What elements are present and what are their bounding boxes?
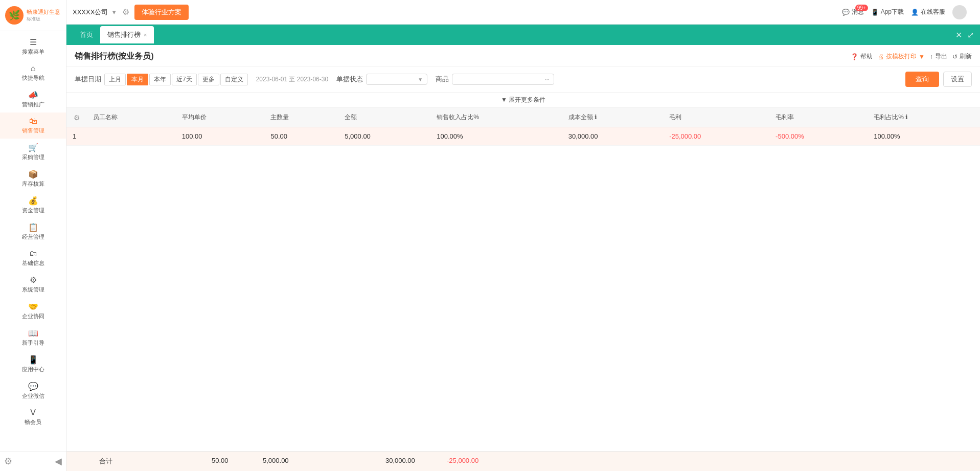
tab-close-icon[interactable]: × (144, 32, 147, 38)
sidebar-nav: ☰搜索菜单⌂快捷导航📣营销推广🛍销售管理🛒采购管理📦库存核算💰资金管理📋经营管理… (0, 31, 66, 451)
footer-cells: 合计 50.00 5,000.00 30,000.00 -25,000.00 (73, 457, 974, 466)
export-button[interactable]: ↑ 导出 (930, 52, 947, 61)
expand-button[interactable]: ▼ 展开更多条件 (501, 96, 545, 103)
logo-text-wrap: 畅康通好生意 标准版 (27, 8, 60, 22)
data-table: ⚙ 员工名称 平均单价 主数量 全额 销售收入占比% 成本全额 ℹ 毛利 毛利率… (66, 108, 980, 146)
date-tab-more[interactable]: 更多 (198, 74, 219, 85)
date-tab-last-7-days[interactable]: 近7天 (172, 74, 197, 85)
sidebar-item-inventory[interactable]: 📦库存核算 (0, 165, 66, 192)
date-tab-last-month[interactable]: 上月 (104, 74, 126, 85)
nav-icon-wechat: 💬 (28, 382, 38, 391)
date-filter: 单据日期 上月 本月 本年 近7天 更多 自定义 (75, 74, 248, 85)
th-gross-pct: 毛利占比% ℹ (868, 108, 980, 127)
sidebar-bottom: ⚙ ◀ (0, 451, 66, 471)
query-button[interactable]: 查询 (905, 72, 939, 87)
nav-icon-member: V (30, 408, 36, 417)
expand-bar: ▼ 展开更多条件 (66, 93, 980, 108)
sidebar-item-member[interactable]: V畅会员 (0, 404, 66, 430)
app-download-label: App下载 (881, 8, 904, 16)
avatar[interactable] (952, 5, 967, 19)
footer-sales-pct (318, 457, 379, 466)
content: 销售排行榜(按业务员) ❓ 帮助 🖨 按模板打印 ▼ ↑ 导出 ↺ 刷新 (66, 45, 980, 471)
footer-cost: 30,000.00 (379, 457, 441, 466)
table-header-row: ⚙ 员工名称 平均单价 主数量 全额 销售收入占比% 成本全额 ℹ 毛利 毛利率… (66, 108, 980, 127)
topbar-gear-icon[interactable]: ⚙ (122, 7, 129, 17)
date-tab-custom[interactable]: 自定义 (220, 74, 248, 85)
online-service-item[interactable]: 👤 在线客服 (911, 8, 945, 16)
topbar-right: 💬 消息 99+ 📱 App下载 👤 在线客服 (842, 5, 974, 19)
company-name: XXXXX公司 (73, 8, 108, 17)
cell-gross-pct: 100.00% (868, 127, 980, 146)
status-select[interactable]: ▼ (366, 74, 427, 85)
date-label: 单据日期 (75, 75, 101, 84)
sidebar-item-quick-nav[interactable]: ⌂快捷导航 (0, 60, 66, 86)
sidebar-item-finance[interactable]: 💰资金管理 (0, 192, 66, 218)
nav-icon-system: ⚙ (30, 275, 37, 285)
app-download-item[interactable]: 📱 App下载 (871, 8, 904, 16)
settings-button[interactable]: 设置 (943, 72, 972, 87)
print-icon: 🖨 (878, 53, 884, 60)
sidebar-item-basic-info[interactable]: 🗂基础信息 (0, 245, 66, 271)
refresh-label: 刷新 (960, 52, 972, 61)
date-tab-this-year[interactable]: 本年 (149, 74, 171, 85)
message-icon: 💬 (842, 9, 850, 16)
nav-icon-enterprise: 🤝 (28, 302, 38, 311)
sidebar-item-sales[interactable]: 🛍销售管理 (0, 113, 66, 139)
settings-bottom-icon[interactable]: ⚙ (4, 456, 12, 467)
logo-badge: 标准版 (27, 16, 60, 23)
sidebar-item-system[interactable]: ⚙系统管理 (0, 271, 66, 298)
filter-bar: 单据日期 上月 本月 本年 近7天 更多 自定义 2023-06-01 至 20… (66, 66, 980, 93)
nav-label-purchase: 采购管理 (22, 153, 44, 161)
cell-avg-price: 100.00 (176, 127, 265, 146)
tab-sales-ranking-label: 销售排行榜 (107, 30, 141, 39)
sidebar-item-marketing[interactable]: 📣营销推广 (0, 86, 66, 113)
help-button[interactable]: ❓ 帮助 (851, 52, 873, 61)
table-row: 1 100.00 50.00 5,000.00 100.00% 30,000.0… (66, 127, 980, 146)
table-body: 1 100.00 50.00 5,000.00 100.00% 30,000.0… (66, 127, 980, 146)
sidebar-item-app-center[interactable]: 📱应用中心 (0, 351, 66, 377)
cell-amount: 5,000.00 (338, 127, 430, 146)
column-settings-icon[interactable]: ⚙ (74, 114, 80, 122)
goods-input[interactable] (457, 76, 544, 83)
export-label: 导出 (935, 52, 947, 61)
sidebar-item-operations[interactable]: 📋经营管理 (0, 218, 66, 245)
sidebar-item-wechat[interactable]: 💬企业微信 (0, 377, 66, 404)
logo-area: 🌿 畅康通好生意 标准版 (0, 0, 66, 31)
tab-home-label: 首页 (80, 30, 93, 39)
print-label: 按模板打印 (886, 52, 917, 61)
message-item[interactable]: 💬 消息 99+ (842, 8, 864, 16)
date-tab-this-month[interactable]: 本月 (127, 74, 148, 85)
sidebar-item-search-order[interactable]: ☰搜索菜单 (0, 33, 66, 60)
th-amount: 全额 (338, 108, 430, 127)
status-value (371, 76, 391, 83)
page-header: 销售排行榜(按业务员) ❓ 帮助 🖨 按模板打印 ▼ ↑ 导出 ↺ 刷新 (66, 45, 980, 66)
topbar: XXXXX公司 ▼ ⚙ 体验行业方案 💬 消息 99+ 📱 App下载 👤 在线… (66, 0, 980, 25)
nav-label-marketing: 营销推广 (22, 101, 44, 108)
goods-more-icon[interactable]: ··· (544, 76, 550, 83)
collapse-icon[interactable]: ◀ (55, 456, 62, 467)
nav-label-guide: 新手引导 (22, 339, 44, 347)
cell-employee (87, 127, 176, 146)
sidebar-item-purchase[interactable]: 🛒采购管理 (0, 139, 66, 165)
tab-sales-ranking[interactable]: 销售排行榜 × (100, 26, 154, 43)
th-sales-pct: 销售收入占比% (430, 108, 562, 127)
cell-gross-margin: -500.00% (769, 127, 868, 146)
nav-icon-quick-nav: ⌂ (31, 64, 36, 73)
sidebar-item-guide[interactable]: 📖新手引导 (0, 324, 66, 351)
th-quantity: 主数量 (264, 108, 338, 127)
tab-restore-icon[interactable]: ⤢ (967, 30, 974, 40)
company-selector[interactable]: XXXXX公司 ▼ (73, 8, 117, 17)
goods-label: 商品 (436, 75, 449, 84)
company-dropdown-icon: ▼ (111, 9, 117, 16)
print-button[interactable]: 🖨 按模板打印 ▼ (878, 52, 925, 61)
trial-button[interactable]: 体验行业方案 (134, 5, 189, 20)
app-download-icon: 📱 (871, 9, 879, 16)
nav-label-search-order: 搜索菜单 (22, 48, 44, 56)
tab-home[interactable]: 首页 (73, 26, 100, 43)
refresh-button[interactable]: ↺ 刷新 (952, 52, 972, 61)
nav-icon-operations: 📋 (28, 222, 38, 232)
sidebar-item-enterprise[interactable]: 🤝企业协同 (0, 298, 66, 324)
tab-close-all-icon[interactable]: ✕ (955, 30, 962, 40)
message-badge: 99+ (855, 5, 868, 11)
help-label: 帮助 (860, 52, 873, 61)
